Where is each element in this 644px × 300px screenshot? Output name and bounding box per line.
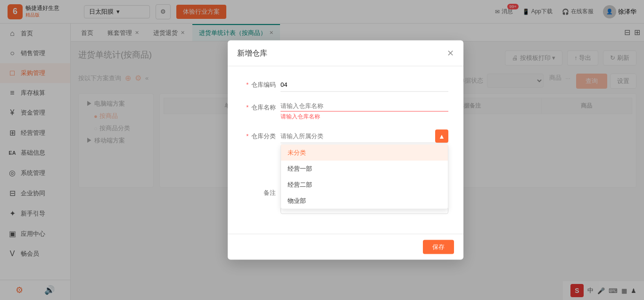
category-input[interactable] [281,133,435,140]
name-error-msg: 请输入仓库名称 [281,113,448,121]
category-option-dept1[interactable]: 经营一部 [281,161,448,177]
category-dropdown: 未分类 经营一部 经营二部 物业部 [281,144,448,209]
category-label: * 仓库分类 [243,129,281,143]
category-option-unclassified[interactable]: 未分类 [281,145,448,161]
category-option-dept3[interactable]: 物业部 [281,193,448,209]
category-toggle-button[interactable]: ▲ [435,129,448,142]
code-input[interactable] [281,78,448,92]
modal-header: 新增仓库 ✕ [228,41,463,67]
name-label: * 仓库名称 [243,100,281,115]
name-field-wrap: 请输入仓库名称 [281,100,448,121]
modal-footer: 保存 [228,234,463,260]
code-field-row: * 仓库编码 [243,78,448,92]
category-field-row: * 仓库分类 ▲ 未分类 经营一部 经营二部 物业部 [243,129,448,143]
chevron-up-icon: ▲ [438,132,445,140]
modal-title: 新增仓库 [237,48,267,58]
name-field-row: * 仓库名称 请输入仓库名称 [243,100,448,121]
notes-label: 备注 [243,186,281,200]
code-label: * 仓库编码 [243,78,281,92]
modal-close-button[interactable]: ✕ [447,48,454,58]
save-button[interactable]: 保存 [423,240,454,254]
category-selector: ▲ 未分类 经营一部 经营二部 物业部 [281,129,448,143]
modal-body: * 仓库编码 * 仓库名称 请输入仓库名称 * 仓库分类 [228,67,463,234]
category-option-dept2[interactable]: 经营二部 [281,177,448,193]
add-warehouse-modal: 新增仓库 ✕ * 仓库编码 * 仓库名称 请输入仓库名称 * [228,41,463,260]
category-input-row: ▲ [281,129,448,143]
name-input[interactable] [281,100,448,112]
